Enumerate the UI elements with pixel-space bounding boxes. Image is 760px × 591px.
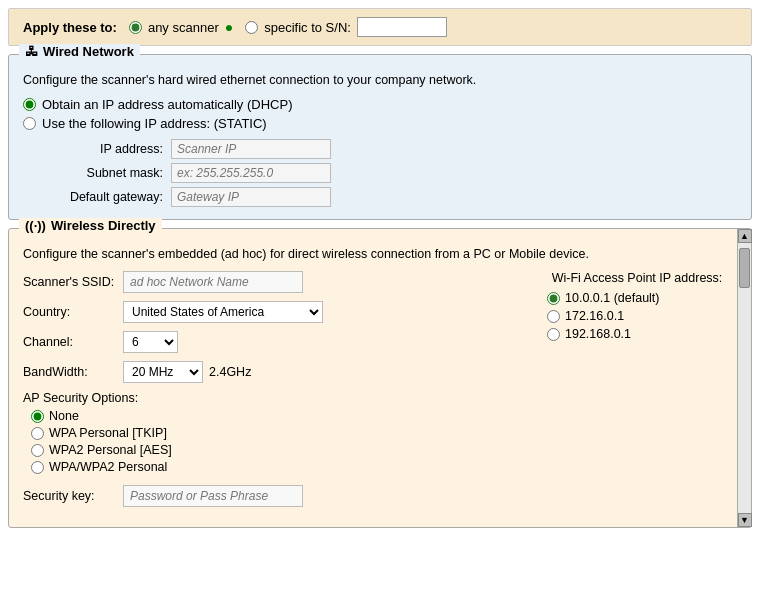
security-wpawpa2-radio[interactable] [31,461,44,474]
ip-label: IP address: [43,139,163,159]
specific-sn-radio[interactable] [245,21,258,34]
ssid-row: Scanner's SSID: [23,271,527,293]
wifi-ap-default-radio[interactable] [547,292,560,305]
specific-sn-group: specific to S/N: [245,17,447,37]
wifi-ap-192-row: 192.168.0.1 [547,327,737,341]
security-wpa-row: WPA Personal [TKIP] [31,426,172,440]
apply-topbar: Apply these to: any scanner ● specific t… [8,8,752,46]
apply-label: Apply these to: [23,20,117,35]
security-key-label: Security key: [23,489,123,503]
scroll-up-button[interactable]: ▲ [738,229,752,243]
ip-form-grid: IP address: Subnet mask: Default gateway… [43,139,737,207]
wired-network-section: 🖧 Wired Network Configure the scanner's … [8,54,752,220]
security-wpawpa2-row: WPA/WPA2 Personal [31,460,172,474]
gateway-input[interactable] [171,187,331,207]
security-none-row: None [31,409,172,423]
specific-sn-label: specific to S/N: [264,20,351,35]
any-scanner-group: any scanner ● [129,19,233,35]
any-scanner-radio[interactable] [129,21,142,34]
bandwidth-row: BandWidth: 20 MHz 40 MHz 2.4GHz [23,361,527,383]
subnet-label: Subnet mask: [43,163,163,183]
bandwidth-ghz: 2.4GHz [209,365,251,379]
security-wpa2-row: WPA2 Personal [AES] [31,443,172,457]
wireless-layout: Scanner's SSID: Country: United States o… [23,271,737,515]
wifi-ap-box: Wi-Fi Access Point IP address: 10.0.0.1 … [537,271,737,515]
static-radio[interactable] [23,117,36,130]
wifi-ap-172-row: 172.16.0.1 [547,309,737,323]
wifi-ap-title: Wi-Fi Access Point IP address: [537,271,737,285]
scroll-track[interactable] [738,243,751,513]
wifi-ap-options: 10.0.0.1 (default) 172.16.0.1 192.168.0.… [547,291,737,341]
wifi-ap-192-radio[interactable] [547,328,560,341]
ap-security-label: AP Security Options: [23,391,138,405]
country-row: Country: United States of America Canada… [23,301,527,323]
scrollbar[interactable]: ▲ ▼ [737,229,751,527]
gateway-label: Default gateway: [43,187,163,207]
ip-input[interactable] [171,139,331,159]
wifi-ap-172-radio[interactable] [547,310,560,323]
wireless-title: ((·)) Wireless Directly [19,218,162,233]
wired-network-title: 🖧 Wired Network [19,44,140,59]
channel-row: Channel: 6 1 2 3 4 5 7 1 [23,331,527,353]
security-key-input[interactable] [123,485,303,507]
wifi-ap-default-label: 10.0.0.1 (default) [565,291,660,305]
bandwidth-control: 20 MHz 40 MHz 2.4GHz [123,361,251,383]
ssid-input[interactable] [123,271,303,293]
channel-control: 6 1 2 3 4 5 7 11 [123,331,178,353]
dhcp-label: Obtain an IP address automatically (DHCP… [42,97,292,112]
subnet-input[interactable] [171,163,331,183]
security-options: None WPA Personal [TKIP] WPA2 Personal [… [31,409,172,477]
wired-network-body: Configure the scanner's hard wired ether… [9,55,751,219]
dhcp-radio[interactable] [23,98,36,111]
wireless-icon: ((·)) [25,218,46,233]
bandwidth-label: BandWidth: [23,365,123,379]
security-wpa-radio[interactable] [31,427,44,440]
check-icon: ● [225,19,233,35]
wireless-section: ((·)) Wireless Directly Configure the sc… [8,228,752,528]
bandwidth-select[interactable]: 20 MHz 40 MHz [123,361,203,383]
security-wpa-label: WPA Personal [TKIP] [49,426,167,440]
security-wpa2-label: WPA2 Personal [AES] [49,443,172,457]
channel-label: Channel: [23,335,123,349]
wireless-content: Configure the scanner's embedded (ad hoc… [9,229,751,527]
scroll-down-button[interactable]: ▼ [738,513,752,527]
wifi-ap-192-label: 192.168.0.1 [565,327,631,341]
dhcp-row: Obtain an IP address automatically (DHCP… [23,97,737,112]
static-label: Use the following IP address: (STATIC) [42,116,267,131]
static-row: Use the following IP address: (STATIC) [23,116,737,131]
wireless-description: Configure the scanner's embedded (ad hoc… [23,247,737,261]
ssid-label: Scanner's SSID: [23,275,123,289]
ap-security-section: AP Security Options: None WPA Personal [… [23,391,527,477]
country-label: Country: [23,305,123,319]
channel-select[interactable]: 6 1 2 3 4 5 7 11 [123,331,178,353]
security-none-label: None [49,409,79,423]
security-key-row: Security key: [23,485,527,507]
wireless-outer: Configure the scanner's embedded (ad hoc… [9,229,751,527]
security-wpa2-radio[interactable] [31,444,44,457]
wireless-left: Scanner's SSID: Country: United States o… [23,271,527,515]
wireless-body: Configure the scanner's embedded (ad hoc… [9,229,751,527]
scroll-thumb[interactable] [739,248,750,288]
wifi-ap-default-row: 10.0.0.1 (default) [547,291,737,305]
country-select[interactable]: United States of America Canada United K… [123,301,323,323]
wired-icon: 🖧 [25,44,38,59]
wired-description: Configure the scanner's hard wired ether… [23,73,737,87]
wifi-ap-172-label: 172.16.0.1 [565,309,624,323]
security-none-radio[interactable] [31,410,44,423]
sn-input[interactable] [357,17,447,37]
any-scanner-label: any scanner [148,20,219,35]
security-wpawpa2-label: WPA/WPA2 Personal [49,460,167,474]
